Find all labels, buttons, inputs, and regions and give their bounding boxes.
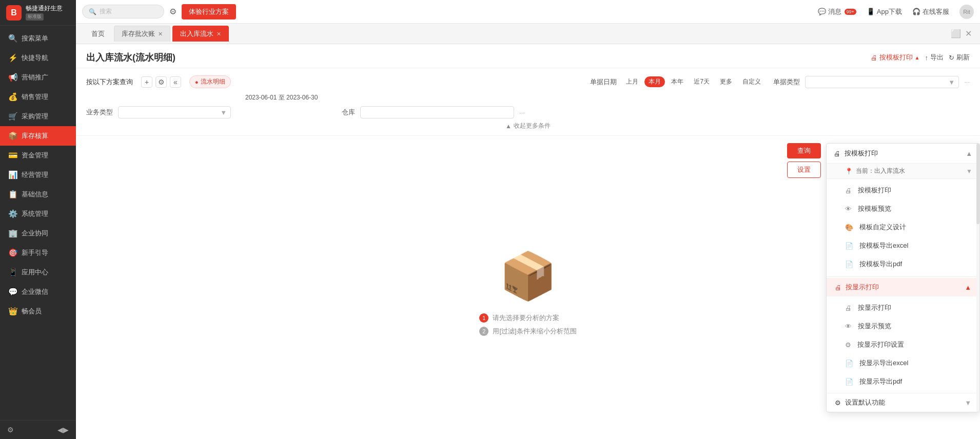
tab-inout-flow[interactable]: 出入库流水 ✕	[172, 26, 229, 42]
sidebar-item-inventory[interactable]: 📦 库存核算	[0, 126, 76, 146]
sidebar-item-finance[interactable]: 💳 资金管理	[0, 146, 76, 165]
tab-batch-account[interactable]: 库存批次账 ✕	[114, 26, 170, 42]
sidebar-item-purchase[interactable]: 🛒 采购管理	[0, 107, 76, 126]
doc-type-select[interactable]	[805, 76, 959, 88]
headset-icon: 🎧	[912, 8, 920, 15]
display-section-header[interactable]: 🖨 按显示打印 ▲	[827, 278, 979, 296]
clipboard-icon: 📋	[8, 190, 17, 199]
sidebar-nav: 🔍 搜索菜单 ⚡ 快捷导航 📢 营销推广 💰 销售管理 🛒 采购管理 📦 库存核…	[0, 26, 76, 420]
refresh-icon: ↻	[949, 54, 954, 62]
dropdown-item-template-excel[interactable]: 📄 按模板导出excel	[827, 236, 979, 255]
data-area: 查询 设置 📦 1 请先选择要分析的方案 2 用[过滤]条件来缩小分析范围	[76, 136, 980, 439]
dropdown-item-template-print[interactable]: 🖨 按模板打印	[827, 181, 979, 199]
dropdown-scrollbar[interactable]	[976, 144, 979, 412]
filter-add-btn[interactable]: +	[141, 76, 152, 88]
money-icon: 💰	[8, 92, 17, 102]
sidebar-item-sales[interactable]: 💰 销售管理	[0, 87, 76, 107]
current-location: 📍 当前：出入库流水 ▼	[827, 164, 979, 179]
date-tabs: 上月 本月 本年 近7天 更多 自定义	[622, 76, 765, 87]
app-title: 畅捷通好生意 标准版	[26, 5, 63, 21]
sidebar-item-enterprise[interactable]: 🏢 企业协同	[0, 224, 76, 243]
sidebar-bottom: ⚙ ◀▶	[0, 420, 76, 439]
mobile-icon: 📱	[8, 268, 17, 277]
sidebar-item-member[interactable]: 👑 畅会员	[0, 302, 76, 321]
display-preview-icon: 👁	[845, 323, 852, 330]
date-tab-this-month[interactable]: 本月	[644, 76, 665, 87]
date-tab-more[interactable]: 更多	[716, 76, 736, 87]
filter-collapse-btn[interactable]: «	[170, 76, 181, 88]
message-btn[interactable]: 💬 消息 99+	[818, 7, 856, 16]
user-menu[interactable]: Rit	[959, 5, 974, 19]
doc-type-more-btn[interactable]: ···	[964, 78, 970, 86]
app-download-btn[interactable]: 📱 App下载	[867, 7, 902, 16]
dropdown-item-display-settings[interactable]: ⚙ 按显示打印设置	[827, 335, 979, 354]
header-left: 🔍 搜索 ⚙ 体验行业方案	[82, 4, 236, 19]
tab-maximize-btn[interactable]: ⬜	[951, 29, 961, 38]
collapse-conditions-btn[interactable]: ▲ 收起更多条件	[505, 122, 551, 130]
display-excel-icon: 📄	[845, 360, 853, 367]
tab-bar-right: ⬜ ✕	[951, 29, 972, 38]
dropdown-header[interactable]: 🖨 按模板打印 ▲	[827, 144, 979, 164]
sidebar-item-basic[interactable]: 📋 基础信息	[0, 185, 76, 204]
dropdown-footer[interactable]: ⚙ 设置默认功能 ▼	[827, 393, 979, 412]
dropdown-item-template-pdf[interactable]: 📄 按模板导出pdf	[827, 255, 979, 273]
sidebar-item-quick-nav[interactable]: ⚡ 快捷导航	[0, 48, 76, 68]
design-icon: 🎨	[845, 224, 853, 231]
template-section: 🖨 按模板打印 👁 按模板预览 🎨 模板自定义设计 📄 按模板导出excel	[827, 179, 979, 275]
sidebar-item-guide[interactable]: 🎯 新手引导	[0, 243, 76, 263]
refresh-btn[interactable]: ↻ 刷新	[949, 53, 970, 62]
online-service-btn[interactable]: 🎧 在线客服	[912, 7, 949, 16]
dropdown-item-display-print[interactable]: 🖨 按显示打印	[827, 298, 979, 317]
business-type-select[interactable]	[118, 106, 231, 118]
industry-btn[interactable]: 体验行业方案	[182, 4, 236, 19]
date-tab-this-year[interactable]: 本年	[667, 76, 688, 87]
dropdown-item-template-preview[interactable]: 👁 按模板预览	[827, 199, 979, 218]
preview-icon: 👁	[845, 205, 852, 213]
header-search[interactable]: 🔍 搜索	[82, 5, 164, 18]
display-pdf-icon: 📄	[845, 378, 853, 386]
dropdown-item-display-pdf[interactable]: 📄 按显示导出pdf	[827, 372, 979, 391]
filter-chip[interactable]: ● 流水明细	[189, 75, 231, 88]
query-btn[interactable]: 查询	[787, 143, 821, 158]
sidebar-item-system[interactable]: ⚙️ 系统管理	[0, 204, 76, 224]
dropdown-item-template-custom[interactable]: 🎨 模板自定义设计	[827, 218, 979, 236]
business-type-select-wrapper: ▼	[118, 106, 231, 118]
user-avatar: Rit	[959, 5, 974, 19]
settings-bottom-btn[interactable]: ⚙	[7, 426, 14, 434]
filter-settings-btn[interactable]: ⚙	[155, 76, 167, 88]
header-gear-btn[interactable]: ⚙	[169, 7, 177, 16]
tab-close-btn[interactable]: ✕	[965, 29, 972, 38]
dropdown-item-display-excel[interactable]: 📄 按显示导出excel	[827, 354, 979, 372]
date-tab-custom[interactable]: 自定义	[738, 76, 765, 87]
setup-btn[interactable]: 设置	[787, 162, 821, 178]
sidebar-item-marketing[interactable]: 📢 营销推广	[0, 68, 76, 87]
dropdown-chevron-icon[interactable]: ▲	[966, 150, 972, 157]
tab-close-batch-account[interactable]: ✕	[158, 31, 163, 37]
header-search-icon: 🔍	[89, 8, 96, 15]
export-btn[interactable]: ↑ 导出	[925, 53, 944, 62]
date-tab-last-month[interactable]: 上月	[622, 76, 642, 87]
export-icon: ↑	[925, 54, 929, 62]
sidebar-item-search[interactable]: 🔍 搜索菜单	[0, 29, 76, 48]
warehouse-select[interactable]	[360, 106, 514, 118]
chart-icon: 📊	[8, 170, 17, 179]
warehouse-section: 仓库 ···	[342, 106, 525, 118]
message-icon: 💬	[818, 8, 826, 15]
tab-home[interactable]: 首页	[84, 26, 112, 42]
empty-state: 📦 1 请先选择要分析的方案 2 用[过滤]条件来缩小分析范围	[479, 249, 576, 336]
sidebar-item-app-center[interactable]: 📱 应用中心	[0, 263, 76, 282]
dropdown-item-display-preview[interactable]: 👁 按显示预览	[827, 317, 979, 335]
hint-2-badge: 2	[479, 327, 488, 336]
print-template-btn[interactable]: 🖨 按模板打印 ▲	[871, 53, 920, 62]
dropdown-header-left: 🖨 按模板打印	[834, 149, 878, 158]
business-type-section: 业务类型 ▼	[86, 106, 231, 118]
chevron-up-icon: ▲	[915, 55, 920, 61]
date-tab-7days[interactable]: 近7天	[690, 76, 714, 87]
warehouse-more-btn[interactable]: ···	[519, 109, 525, 116]
collapse-sidebar-btn[interactable]: ◀▶	[57, 426, 69, 434]
filter-label: 按以下方案查询	[86, 77, 133, 87]
sidebar-item-operations[interactable]: 📊 经营管理	[0, 165, 76, 185]
current-chevron-icon: ▼	[966, 168, 972, 175]
sidebar-item-wechat[interactable]: 💬 企业微信	[0, 282, 76, 302]
tab-close-inout-flow[interactable]: ✕	[217, 31, 221, 37]
